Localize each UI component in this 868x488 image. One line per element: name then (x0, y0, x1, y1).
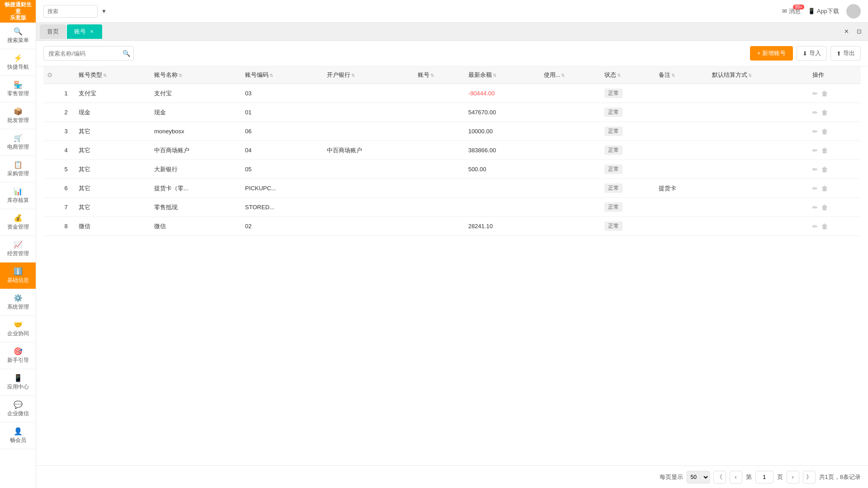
delete-btn-6[interactable]: 🗑 (821, 204, 828, 211)
sidebar-item-app-center[interactable]: 📱应用中心 (0, 369, 36, 396)
add-account-button[interactable]: + 新增账号 (750, 46, 793, 61)
sidebar-item-system-mgmt[interactable]: ⚙️系统管理 (0, 289, 36, 316)
export-button[interactable]: ⬆ 导出 (830, 46, 861, 61)
row-action-0: ✏ 🗑 (809, 84, 861, 103)
edit-btn-2[interactable]: ✏ (812, 128, 818, 135)
top-dropdown[interactable]: ▼ (101, 8, 107, 14)
row-gear-3 (43, 141, 57, 160)
row-number-3: 4 (57, 141, 75, 160)
tab-close-account[interactable]: × (89, 28, 95, 35)
page-size-label: 每页显示 (660, 473, 683, 481)
expand-tab-button[interactable]: ⊡ (854, 26, 864, 37)
sidebar-item-operation-mgmt[interactable]: 📈经营管理 (0, 236, 36, 263)
app-download-button[interactable]: 📱 App下载 (808, 7, 839, 15)
row-account-no-6 (414, 198, 464, 217)
sidebar-item-inventory[interactable]: 📊库存核算 (0, 183, 36, 209)
row-balance-7: 28241.10 (465, 217, 540, 236)
row-usage-0 (540, 84, 601, 103)
delete-btn-3[interactable]: 🗑 (821, 147, 828, 154)
page-number-input[interactable] (755, 471, 774, 483)
row-bank-1 (323, 103, 414, 122)
row-balance-2: 10000.00 (465, 122, 540, 141)
sidebar-item-finance-mgmt[interactable]: 💰资金管理 (0, 209, 36, 236)
row-type-2: 其它 (75, 122, 151, 141)
row-account-no-0 (414, 84, 464, 103)
sidebar-icon-basic-info: ℹ️ (2, 267, 34, 276)
delete-btn-5[interactable]: 🗑 (821, 185, 828, 192)
topbar-right: ✉ 消息 99+ 📱 App下载 (782, 4, 861, 19)
first-page-button[interactable]: 《 (713, 471, 726, 483)
delete-btn-7[interactable]: 🗑 (821, 223, 828, 230)
row-gear-6 (43, 198, 57, 217)
search-wrap: 🔍 (43, 46, 134, 61)
delete-btn-2[interactable]: 🗑 (821, 128, 828, 135)
delete-btn-4[interactable]: 🗑 (821, 166, 828, 173)
sidebar-item-beginner-guide[interactable]: 🎯新手引导 (0, 343, 36, 369)
row-balance-0: -90444.00 (465, 84, 540, 103)
page-size-select[interactable]: 102050100 (687, 471, 710, 483)
th-type: 账号类型⇅ (75, 66, 151, 84)
row-default-settlement-4 (708, 160, 809, 179)
tab-home[interactable]: 首页 (40, 24, 66, 39)
message-button[interactable]: ✉ 消息 99+ (782, 7, 801, 15)
row-number-6: 7 (57, 198, 75, 217)
row-gear-4 (43, 160, 57, 179)
row-bank-7 (323, 217, 414, 236)
delete-btn-0[interactable]: 🗑 (821, 90, 828, 97)
tab-account[interactable]: 账号× (67, 24, 102, 39)
sidebar-item-member[interactable]: 👤畅会员 (0, 422, 36, 449)
sidebar-item-wholesale-mgmt[interactable]: 📦批发管理 (0, 103, 36, 129)
row-type-3: 其它 (75, 141, 151, 160)
sidebar-item-search-menu[interactable]: 🔍搜索菜单 (0, 23, 36, 49)
sidebar-item-enterprise-agreement[interactable]: 🤝企业协同 (0, 316, 36, 343)
sidebar-item-purchase-mgmt[interactable]: 📋采购管理 (0, 156, 36, 183)
edit-btn-0[interactable]: ✏ (812, 90, 818, 97)
edit-btn-7[interactable]: ✏ (812, 223, 818, 230)
column-settings-icon[interactable]: ⚙ (47, 71, 53, 79)
row-default-settlement-2 (708, 122, 809, 141)
edit-btn-5[interactable]: ✏ (812, 185, 818, 192)
edit-btn-1[interactable]: ✏ (812, 109, 818, 116)
edit-btn-3[interactable]: ✏ (812, 147, 818, 154)
account-search-input[interactable] (43, 46, 134, 61)
row-gear-7 (43, 217, 57, 236)
row-bank-0 (323, 84, 414, 103)
logo-subtext: 乐意版 (2, 14, 34, 21)
user-avatar[interactable] (846, 4, 861, 19)
last-page-button[interactable]: 》 (803, 471, 816, 483)
row-gear-5 (43, 179, 57, 198)
search-icon[interactable]: 🔍 (123, 50, 130, 57)
row-usage-3 (540, 141, 601, 160)
toolbar-left: 🔍 (43, 46, 134, 61)
table-row: 8 微信 微信 02 28241.10 正常 ✏ 🗑 (43, 217, 861, 236)
next-page-button[interactable]: › (787, 471, 799, 483)
delete-btn-1[interactable]: 🗑 (821, 109, 828, 116)
sidebar-item-enterprise-wechat[interactable]: 💬企业微信 (0, 396, 36, 422)
row-status-5: 正常 (601, 179, 655, 198)
row-balance-3: 383866.00 (465, 141, 540, 160)
sidebar-item-retail-mgmt[interactable]: 🏪零售管理 (0, 76, 36, 103)
app-logo: 畅捷通财生意 乐意版 (0, 0, 36, 23)
tab-label-home: 首页 (47, 28, 59, 36)
row-name-7: 微信 (151, 217, 241, 236)
th-bank: 开户银行⇅ (323, 66, 414, 84)
prev-page-button[interactable]: ‹ (730, 471, 742, 483)
row-gear-1 (43, 103, 57, 122)
row-action-2: ✏ 🗑 (809, 122, 861, 141)
topbar-left: ▼ (43, 5, 107, 18)
close-tab-button[interactable]: ✕ (841, 26, 852, 37)
import-button[interactable]: ⬇ 导入 (797, 46, 827, 61)
sidebar-item-basic-info[interactable]: ℹ️基础信息 (0, 263, 36, 289)
sidebar: 畅捷通财生意 乐意版 🔍搜索菜单⚡快捷导航🏪零售管理📦批发管理🛒电商管理📋采购管… (0, 0, 36, 488)
top-search-input[interactable] (43, 5, 98, 18)
edit-btn-6[interactable]: ✏ (812, 204, 818, 211)
row-balance-6 (465, 198, 540, 217)
sidebar-item-ecommerce-mgmt[interactable]: 🛒电商管理 (0, 129, 36, 156)
sidebar-item-quick-nav[interactable]: ⚡快捷导航 (0, 49, 36, 76)
th-usage: 使用...⇅ (540, 66, 601, 84)
edit-btn-4[interactable]: ✏ (812, 166, 818, 173)
th-code: 账号编码⇅ (241, 66, 323, 84)
sidebar-icon-enterprise-agreement: 🤝 (2, 320, 34, 329)
phone-icon: 📱 (808, 8, 815, 14)
row-type-5: 其它 (75, 179, 151, 198)
